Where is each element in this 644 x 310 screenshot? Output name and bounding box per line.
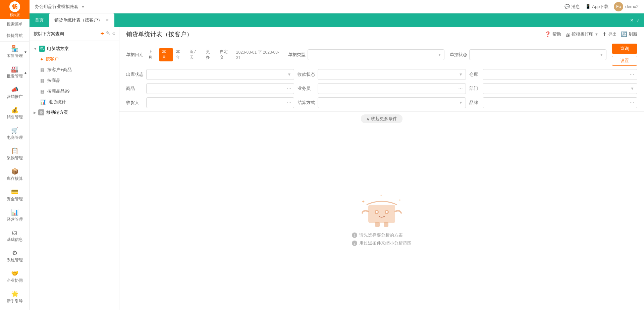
sidebar-item-retail[interactable]: 🏪 零售管理 ▼ <box>0 42 29 62</box>
sidebar-label-operations: 经营管理 <box>7 217 23 222</box>
add-scheme-icon[interactable]: + <box>100 30 104 37</box>
tab-bar: 首页 销货单统计表（按客户） ✕ ✕ ⤢ <box>30 13 644 27</box>
doc-status-input[interactable]: ▼ <box>469 49 606 60</box>
tab-sales-stat-label: 销货单统计表（按客户） <box>54 17 102 23</box>
sidebar-item-newcomer[interactable]: 🌟 新手引导 <box>0 287 29 307</box>
scheme-item-by-product[interactable]: ▦ 按商品 <box>30 75 119 86</box>
hint-item-1: 1 请先选择要分析的方案 <box>352 232 412 238</box>
date-tab-lastmonth[interactable]: 上月 <box>146 48 159 61</box>
sidebar-item-basic[interactable]: 🗂 基础信息 <box>0 226 29 246</box>
brand-label: 品牌 <box>469 100 483 106</box>
pc-group-label: 电脑端方案 <box>47 46 69 52</box>
setting-button[interactable]: 设置 <box>612 56 637 66</box>
doc-status-filter: 单据状态 ▼ <box>450 49 606 60</box>
scheme-item-by-customer[interactable]: ● 按客户 <box>30 54 119 64</box>
dropdown-arrow-icon[interactable]: ▼ <box>81 5 85 9</box>
message-button[interactable]: 💬 消息 <box>565 4 580 10</box>
scheme-group-mobile-header[interactable]: ▶ 移 移动端方案 <box>30 107 119 117</box>
tab-sales-stat[interactable]: 销货单统计表（按客户） ✕ <box>49 13 114 27</box>
user-area[interactable]: Ea demo2 <box>614 2 639 11</box>
wholesale-icon: 🏭 <box>11 65 18 73</box>
help-button[interactable]: ❓ 帮助 <box>545 31 561 37</box>
sidebar-label-purchase: 采购管理 <box>7 155 23 161</box>
company-dropdown[interactable]: 办公用品行业模拟账套 <box>35 4 78 10</box>
recv-status-input[interactable]: ▼ <box>318 69 466 80</box>
search-menu-item[interactable]: 搜索菜单 <box>0 19 29 30</box>
brand-filter: 品牌 ··· <box>469 97 637 108</box>
main-content: ✦ ✦ ✦ 1 请先选择要分析的方案 2 用过滤条件来缩小分析范围 <box>119 126 644 310</box>
sidebar-item-inventory[interactable]: 📦 库存核算 <box>0 164 29 185</box>
sidebar: 畅 标账版 搜索菜单 快捷导航 🏪 零售管理 ▼ 🏭 批发管理 ▲ 📣 营销推广… <box>0 0 30 310</box>
sidebar-item-marketing[interactable]: 📣 营销推广 <box>0 83 29 103</box>
message-label: 消息 <box>571 4 580 10</box>
tab-expand-icon[interactable]: ⤢ <box>636 18 640 23</box>
edit-scheme-icon[interactable]: ✎ <box>106 30 110 37</box>
scheme-item-by-customer-product[interactable]: ▦ 按客户+商品 <box>30 64 119 75</box>
collapse-button[interactable]: ∧ 收起更多条件 <box>361 114 402 123</box>
out-status-input[interactable]: ▼ <box>146 69 294 80</box>
sidebar-item-ecommerce[interactable]: 🛒 电商管理 <box>0 123 29 144</box>
collapse-panel-icon[interactable]: « <box>112 30 115 37</box>
tab-close-icon[interactable]: ✕ <box>106 18 109 22</box>
sidebar-item-sales[interactable]: 💰 销售管理 <box>0 103 29 123</box>
sidebar-item-enterprise[interactable]: 🤝 企业协同 <box>0 266 29 287</box>
return-stat-icon: 📊 <box>40 99 46 105</box>
by-product-label: 按商品 <box>47 78 60 84</box>
receiver-label: 收货人 <box>126 100 146 106</box>
template-print-button[interactable]: 🖨 按模板打印 ▼ <box>565 31 598 37</box>
sidebar-item-wholesale[interactable]: 🏭 批发管理 ▲ <box>0 62 29 83</box>
retail-icon: 🏪 <box>11 45 18 52</box>
return-stat-label: 退货统计 <box>49 99 66 105</box>
sidebar-label-system: 系统管理 <box>7 257 23 263</box>
enterprise-icon: 🤝 <box>11 270 18 277</box>
tab-close-all-icon[interactable]: ✕ <box>630 18 634 23</box>
sidebar-item-operations[interactable]: 📊 经营管理 <box>0 205 29 226</box>
department-label: 部门 <box>469 86 483 92</box>
print-dropdown-icon[interactable]: ▼ <box>595 32 598 36</box>
logo[interactable]: 畅 标账版 <box>0 0 30 19</box>
date-tab-custom[interactable]: 自定义 <box>217 48 234 61</box>
query-button[interactable]: 查询 <box>612 44 637 54</box>
action-buttons: 查询 设置 <box>612 44 637 66</box>
date-tabs: 上月 本月 本年 近7天 更多 自定义 <box>146 48 234 61</box>
sidebar-item-appcenter[interactable]: 📱 应用中心 <box>0 307 29 310</box>
brand-input[interactable]: ··· <box>483 97 637 108</box>
filter-row-4: 收货人 ··· 结算方式 ▼ 品牌 <box>119 97 644 111</box>
scheme-item-by-product99[interactable]: ▦ 按商品品99 <box>30 86 119 97</box>
basic-icon: 🗂 <box>12 229 18 236</box>
product-input[interactable]: ··· <box>146 83 294 94</box>
tab-home[interactable]: 首页 <box>30 13 49 27</box>
doc-status-label: 单据状态 <box>450 52 467 58</box>
sidebar-item-finance[interactable]: 💳 资金管理 <box>0 185 29 205</box>
sidebar-label-inventory: 库存核算 <box>7 176 23 182</box>
hint-num-2: 2 <box>352 241 357 246</box>
export-button[interactable]: ⬆ 导出 <box>602 31 617 37</box>
salesperson-input[interactable]: ··· <box>318 83 466 94</box>
receiver-input[interactable]: ··· <box>146 97 294 108</box>
sidebar-item-purchase[interactable]: 📋 采购管理 <box>0 144 29 164</box>
recv-status-dropdown-icon: ▼ <box>459 72 463 77</box>
system-icon: ⚙ <box>12 249 17 257</box>
warehouse-input[interactable]: ··· <box>483 69 637 80</box>
scheme-item-return-stat[interactable]: 📊 退货统计 <box>30 97 119 107</box>
settlement-input[interactable]: ▼ <box>318 97 466 108</box>
department-input[interactable]: ▼ <box>483 83 637 94</box>
date-tab-more[interactable]: 更多 <box>203 48 216 61</box>
date-tab-last7days[interactable]: 近7天 <box>187 48 203 61</box>
doc-type-input[interactable]: ▼ <box>308 49 445 60</box>
date-tab-thismonth[interactable]: 本月 <box>159 48 172 61</box>
scheme-group-pc-header[interactable]: ▼ 电 电脑端方案 <box>30 44 119 54</box>
sidebar-item-system[interactable]: ⚙ 系统管理 <box>0 246 29 266</box>
refresh-button[interactable]: 🔄 刷新 <box>621 31 637 37</box>
quick-nav-item[interactable]: 快捷导航 <box>0 30 29 42</box>
warehouse-filter: 仓库 ··· <box>469 69 637 80</box>
svg-rect-7 <box>375 222 380 227</box>
avatar[interactable]: Ea <box>614 2 623 11</box>
app-download-button[interactable]: 📱 App下载 <box>585 4 608 10</box>
product-dots-icon: ··· <box>287 86 291 92</box>
recv-status-label: 收款状态 <box>298 71 318 78</box>
department-filter: 部门 ▼ <box>469 83 637 94</box>
date-tab-thisyear[interactable]: 本年 <box>173 48 186 61</box>
out-status-filter: 出库状态 ▼ <box>126 69 294 80</box>
export-label: 导出 <box>608 31 617 37</box>
